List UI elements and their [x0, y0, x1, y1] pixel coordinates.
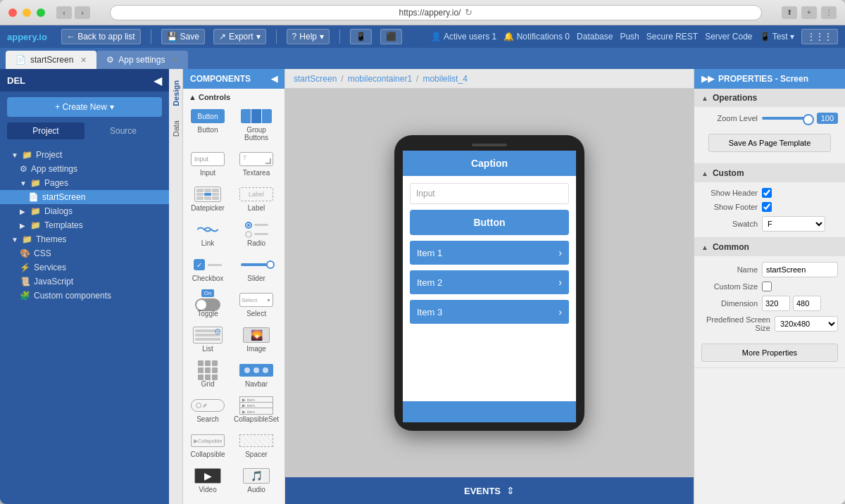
comp-input[interactable]: Input Input [186, 147, 230, 181]
tree-item-dialogs[interactable]: ▶ 📁 Dialogs [0, 204, 169, 218]
notifications-link[interactable]: 🔔 Notifications 0 [503, 32, 570, 42]
breadcrumb-mobile-container[interactable]: mobilecontainer1 [348, 74, 412, 84]
comp-list[interactable]: + List [186, 323, 230, 357]
server-code-link[interactable]: Server Code [705, 32, 752, 42]
phone-list-item-1[interactable]: Item 1 › [410, 241, 569, 265]
phone-input-field[interactable]: Input [410, 183, 569, 204]
tab-start-screen[interactable]: 📄 startScreen ✕ [6, 51, 96, 69]
design-tab[interactable]: Design [170, 75, 182, 112]
save-btn[interactable]: 💾 Save [161, 29, 205, 44]
components-collapse-icon[interactable]: ◀ [271, 74, 277, 84]
breadcrumb-start-screen[interactable]: startScreen [294, 74, 337, 84]
close-btn[interactable] [8, 8, 17, 17]
tree-item-pages[interactable]: ▼ 📁 Pages [0, 176, 169, 190]
comp-label[interactable]: Label Label [231, 182, 282, 216]
tree-item-project[interactable]: ▼ 📁 Project [0, 148, 169, 162]
refresh-icon[interactable]: ↻ [465, 7, 472, 18]
minimize-btn[interactable] [23, 8, 31, 17]
phone-list-item-2[interactable]: Item 2 › [410, 270, 569, 294]
common-section-header[interactable]: ▲ Common [694, 238, 845, 256]
more-properties-btn[interactable]: More Properties [701, 344, 838, 362]
comp-image[interactable]: 🌄 Image [231, 323, 282, 357]
save-template-btn[interactable]: Save As Page Template [708, 134, 831, 152]
fullscreen-btn[interactable] [37, 8, 45, 17]
new-tab-icon[interactable]: + [801, 6, 817, 19]
app-settings-tab-close[interactable]: ✕ [172, 56, 178, 65]
comp-collapsible[interactable]: ▶Collapsible Collapsible [186, 429, 230, 462]
select-icon: Select [239, 292, 273, 308]
phone-list-item-3[interactable]: Item 3 › [410, 300, 569, 324]
dimension-width[interactable] [762, 296, 790, 311]
back-nav-btn[interactable]: ‹ [56, 6, 72, 19]
secure-rest-link[interactable]: Secure REST [646, 32, 698, 42]
custom-section-title: Custom [713, 168, 744, 178]
zoom-slider[interactable] [762, 117, 813, 120]
mobile-view-btn[interactable]: 📱 [350, 29, 372, 44]
custom-section: ▲ Custom Show Header Show Footer Swatch [694, 164, 845, 238]
comp-video[interactable]: ▶ Video [186, 464, 230, 498]
tree-item-themes[interactable]: ▼ 📁 Themes [0, 232, 169, 246]
predefined-select[interactable]: 320x480 480x800 720x1280 [775, 316, 838, 332]
comp-textarea[interactable]: T Textarea [231, 147, 282, 181]
tab-project[interactable]: Project [7, 122, 84, 139]
comp-navbar[interactable]: Navbar [231, 358, 282, 392]
help-btn[interactable]: ? Help ▾ [287, 29, 330, 44]
data-tab[interactable]: Data [170, 115, 182, 142]
share-icon[interactable]: ⬆ [782, 6, 797, 19]
tree-item-templates[interactable]: ▶ 📁 Templates [0, 218, 169, 232]
themes-label: Themes [36, 234, 66, 244]
comp-spacer[interactable]: Spacer [231, 429, 282, 462]
export-btn[interactable]: ↗ Export ▾ [213, 29, 266, 44]
sidebar-title: DEL [7, 75, 25, 86]
show-footer-checkbox[interactable] [762, 202, 772, 212]
comp-slider[interactable]: Slider [231, 253, 282, 286]
image-icon: 🌄 [239, 327, 273, 343]
swatch-select[interactable]: F A B [762, 216, 825, 232]
comp-audio[interactable]: 🎵 Audio [231, 464, 282, 498]
test-link[interactable]: 📱 Test ▾ [760, 32, 794, 42]
comp-radio[interactable]: Radio [231, 218, 282, 251]
common-section-title: Common [713, 242, 749, 252]
start-screen-tab-close[interactable]: ✕ [80, 56, 87, 65]
phone-button[interactable]: Button [410, 210, 569, 235]
sidebar-collapse-btn[interactable]: ◀ [154, 74, 162, 87]
menu-btn[interactable]: ⋮⋮⋮ [801, 29, 838, 44]
active-users-link[interactable]: 👤 Active users 1 [431, 32, 496, 42]
tab-app-settings[interactable]: ⚙ App settings ✕ [96, 51, 188, 69]
operations-section-header[interactable]: ▲ Operations [694, 89, 845, 107]
url-bar[interactable]: https://appery.io/ ↻ [110, 5, 762, 20]
tree-item-app-settings[interactable]: ⚙ App settings [0, 162, 169, 176]
sidebar-toggle-icon[interactable]: ⋮ [821, 6, 837, 19]
breadcrumb-mobile-list[interactable]: mobilelist_4 [423, 74, 467, 84]
comp-checkbox[interactable]: ✓ Checkbox [186, 253, 230, 286]
comp-datepicker[interactable]: Datepicker [186, 182, 230, 216]
custom-section-header[interactable]: ▲ Custom [694, 164, 845, 182]
comp-collapsible-set[interactable]: ▶ item ▶ item ▶ item CollapsibleSet [231, 393, 282, 427]
comp-grid[interactable]: Grid [186, 358, 230, 392]
dimension-height[interactable] [793, 296, 821, 311]
comp-search[interactable]: Search [186, 393, 230, 427]
tab-source[interactable]: Source [84, 122, 162, 139]
comp-button[interactable]: Button Button [186, 104, 230, 146]
comp-link[interactable]: Link [186, 218, 230, 251]
back-to-app-list-btn[interactable]: ← Back to app list [61, 29, 141, 44]
comp-group-buttons[interactable]: Group Buttons [231, 104, 282, 146]
comp-toggle[interactable]: On Toggle [186, 288, 230, 322]
comp-select[interactable]: Select Select [231, 288, 282, 322]
dimension-label: Dimension [701, 299, 758, 308]
operations-section-title: Operations [713, 93, 757, 103]
database-link[interactable]: Database [577, 32, 613, 42]
tree-item-css[interactable]: 🎨 CSS [0, 246, 169, 260]
create-new-btn[interactable]: + Create New ▾ [7, 97, 162, 117]
tablet-view-btn[interactable]: ⬛ [380, 29, 402, 44]
tree-item-custom-components[interactable]: 🧩 Custom components [0, 289, 169, 303]
name-input[interactable] [762, 262, 838, 277]
custom-size-checkbox[interactable] [762, 282, 772, 291]
tree-item-services[interactable]: ⚡ Services [0, 260, 169, 275]
events-bar[interactable]: EVENTS ⇕ [285, 477, 694, 504]
forward-nav-btn[interactable]: › [75, 6, 90, 19]
show-header-checkbox[interactable] [762, 188, 772, 198]
tree-item-javascript[interactable]: 📜 JavaScript [0, 275, 169, 289]
tree-item-start-screen[interactable]: 📄 startScreen [0, 190, 169, 204]
push-link[interactable]: Push [620, 32, 639, 42]
